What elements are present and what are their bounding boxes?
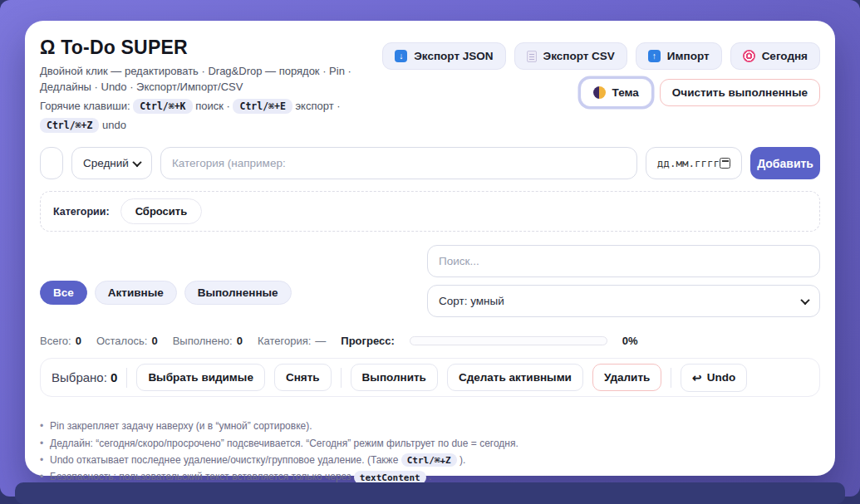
search-input[interactable] xyxy=(427,245,820,277)
export-json-label: Экспорт JSON xyxy=(414,50,493,62)
filter-chips: Все Активные Выполненные xyxy=(40,281,292,305)
kbd-export-shortcut: Ctrl/⌘+E xyxy=(233,99,292,114)
filter-all-chip[interactable]: Все xyxy=(40,281,87,305)
export-csv-label: Экспорт CSV xyxy=(543,50,615,62)
date-placeholder: дд.мм.гггг xyxy=(657,157,720,169)
today-label: Сегодня xyxy=(762,50,808,62)
chevron-down-icon xyxy=(132,158,141,167)
category-input[interactable] xyxy=(160,147,637,179)
calendar-icon xyxy=(720,158,730,169)
header: Ω To-Do SUPER Двойной клик — редактирова… xyxy=(40,37,820,135)
theme-toggle-button[interactable]: Тема xyxy=(581,79,651,106)
search-sort-column: Сорт: умный xyxy=(427,245,820,317)
task-input-wrap xyxy=(40,147,63,179)
due-date-input[interactable]: дд.мм.гггг xyxy=(646,147,742,179)
categories-label: Категории: xyxy=(53,206,110,218)
filter-done-chip[interactable]: Выполненные xyxy=(184,281,292,305)
hotkeys-search-suffix: поиск · xyxy=(195,100,230,112)
bottom-bar xyxy=(15,482,845,504)
undo-label: Undo xyxy=(707,371,736,384)
tip-pin: Pin закрепляет задачу наверху (и в “умно… xyxy=(40,418,820,434)
priority-select[interactable]: Средний xyxy=(71,147,152,179)
target-icon xyxy=(743,50,755,62)
todo-app-card: Ω To-Do SUPER Двойной клик — редактирова… xyxy=(25,21,835,476)
stat-category: Категория:— xyxy=(258,335,326,347)
export-csv-button[interactable]: Экспорт CSV xyxy=(514,42,627,70)
hotkeys-export-suffix: экспорт · xyxy=(295,100,340,112)
delete-selected-button[interactable]: Удалить xyxy=(592,364,661,391)
kbd-undo-shortcut: Ctrl/⌘+Z xyxy=(40,118,99,133)
stat-remaining: Осталось:0 xyxy=(96,335,158,347)
sort-select[interactable]: Сорт: умный xyxy=(427,285,820,317)
divider xyxy=(341,368,342,388)
deselect-button[interactable]: Снять xyxy=(274,364,332,391)
categories-reset-button[interactable]: Сбросить xyxy=(120,198,203,224)
tip-deadline: Дедлайн: “сегодня/скоро/просрочено” подс… xyxy=(40,435,820,452)
app-subtitle: Двойной клик — редактировать · Drag&Drop… xyxy=(40,64,382,95)
progress-bar xyxy=(410,336,607,345)
add-task-button[interactable]: Добавить xyxy=(750,147,820,179)
mark-active-button[interactable]: Сделать активными xyxy=(447,364,583,391)
new-task-input[interactable] xyxy=(40,147,63,179)
kbd-search-shortcut: Ctrl/⌘+K xyxy=(133,99,192,114)
app-title: Ω To-Do SUPER xyxy=(40,37,382,59)
selected-count: Выбрано: 0 xyxy=(52,370,117,384)
import-button[interactable]: ↑ Импорт xyxy=(636,42,722,70)
stat-done: Выполнено:0 xyxy=(173,335,243,347)
clear-completed-label: Очистить выполненные xyxy=(672,86,808,99)
theme-label: Тема xyxy=(612,86,639,99)
priority-value: Средний xyxy=(83,157,129,169)
add-task-form: Средний дд.мм.гггг Добавить xyxy=(40,147,820,179)
sort-value: Сорт: умный xyxy=(439,295,504,307)
select-visible-button[interactable]: Выбрать видимые xyxy=(136,364,265,391)
download-icon: ↓ xyxy=(395,50,407,62)
clear-completed-button[interactable]: Очистить выполненные xyxy=(660,79,820,106)
toolbar-row-2: Тема Очистить выполненные xyxy=(581,79,820,106)
theme-moon-icon xyxy=(593,86,606,99)
tip-undo: Undo откатывает последнее удаление/очист… xyxy=(40,452,820,468)
divider xyxy=(671,368,671,388)
document-icon xyxy=(527,51,537,62)
filter-active-chip[interactable]: Активные xyxy=(95,281,177,305)
undo-icon: ↩ xyxy=(692,371,701,384)
kbd-undo-shortcut: Ctrl/⌘+Z xyxy=(401,453,457,467)
export-json-button[interactable]: ↓ Экспорт JSON xyxy=(382,42,505,70)
today-filter-button[interactable]: Сегодня xyxy=(730,42,820,70)
divider xyxy=(126,368,127,388)
progress-percent: 0% xyxy=(622,335,638,347)
toolbar-row-1: ↓ Экспорт JSON Экспорт CSV ↑ Импорт Сего… xyxy=(382,42,820,70)
stat-total: Всего:0 xyxy=(40,335,81,347)
filter-row: Все Активные Выполненные Сорт: умный xyxy=(40,245,820,317)
progress-label: Прогресс: xyxy=(341,335,394,347)
stats-row: Всего:0 Осталось:0 Выполнено:0 Категория… xyxy=(40,335,820,347)
batch-actions-bar: Выбрано: 0 Выбрать видимые Снять Выполни… xyxy=(40,358,820,397)
import-label: Импорт xyxy=(667,50,710,62)
mark-done-button[interactable]: Выполнить xyxy=(351,364,438,391)
hotkeys-label: Горячие клавиши: xyxy=(40,100,130,112)
page-background: Ω To-Do SUPER Двойной клик — редактирова… xyxy=(0,0,860,497)
upload-icon: ↑ xyxy=(648,50,661,62)
hotkeys-line: Горячие клавиши: Ctrl/⌘+K поиск · Ctrl/⌘… xyxy=(40,96,382,135)
header-left: Ω To-Do SUPER Двойной клик — редактирова… xyxy=(40,37,382,135)
chevron-down-icon xyxy=(800,296,809,305)
hotkeys-undo-suffix: undo xyxy=(102,119,126,131)
tips-list: Pin закрепляет задачу наверху (и в “умно… xyxy=(40,418,820,485)
undo-button[interactable]: ↩ Undo xyxy=(681,364,747,392)
header-toolbar: ↓ Экспорт JSON Экспорт CSV ↑ Импорт Сего… xyxy=(382,37,820,106)
categories-bar: Категории: Сбросить xyxy=(40,191,820,232)
